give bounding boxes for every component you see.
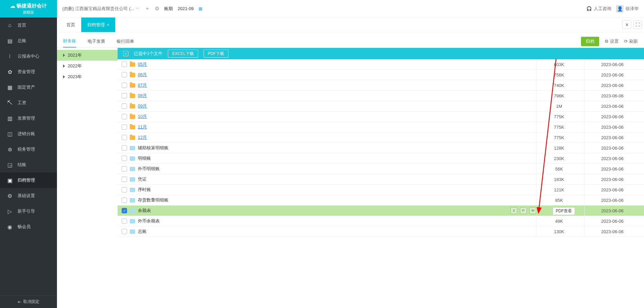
file-name[interactable]: 05月 (138, 61, 533, 67)
check-icon[interactable]: ✓ (123, 51, 128, 56)
file-row[interactable]: 序时账121K2023-06-06 (118, 185, 644, 195)
file-name[interactable]: 07月 (138, 82, 533, 88)
add-icon[interactable]: ＋ (145, 5, 150, 12)
sidebar-item-assets[interactable]: ▦固定资产 (0, 80, 57, 95)
file-name[interactable]: 12月 (138, 134, 533, 141)
file-size: 183K (536, 174, 582, 184)
row-checkbox[interactable] (122, 93, 127, 98)
sidebar-item-inout[interactable]: ◫进销台账 (0, 126, 57, 142)
file-date: 2023-06-06 (584, 122, 640, 132)
tab-home[interactable]: 首页 (60, 18, 81, 32)
company-selector[interactable]: (勿删) 江西服宝精品有限责任公司 (... ﹀ (62, 6, 140, 12)
excel-download-button[interactable]: EXCEL下载 (168, 50, 198, 58)
sidebar-item-close[interactable]: ◲结账 (0, 157, 57, 173)
user-name: 徐泽华 (625, 6, 639, 12)
calendar-icon[interactable]: ▦ (198, 6, 203, 11)
archive-icon: ▣ (7, 177, 13, 183)
file-row[interactable]: 05月603K2023-06-06 (118, 59, 644, 70)
file-size: 775K (536, 112, 582, 122)
archive-button[interactable]: 归档 (581, 37, 599, 46)
excel-icon[interactable]: X (511, 207, 517, 214)
content: 财务账电子发票银行回单 归档 ⚙设置 ⟳刷新 2021年2022年2023年 ✓… (57, 32, 644, 308)
sidebar-item-label: 云报表中心 (18, 53, 39, 59)
sidebar-item-label: 发票管理 (18, 115, 35, 121)
subtab-fin[interactable]: 财务账 (63, 35, 76, 48)
sidebar-item-archive[interactable]: ▣归档管理 (0, 173, 57, 188)
file-row[interactable]: 辅助核算明细账128K2023-06-06 (118, 143, 644, 153)
sidebar-item-salary[interactable]: ⛏工资 (0, 95, 57, 111)
pdf-icon[interactable]: P (520, 207, 527, 214)
sidebar-item-tax[interactable]: ⊛税务管理 (0, 142, 57, 157)
tree-year[interactable]: 2022年 (57, 61, 118, 71)
file-row[interactable]: 凭证183K2023-06-06 (118, 174, 644, 185)
tab-archive[interactable]: 归档管理× (81, 18, 115, 32)
row-checkbox[interactable] (122, 229, 127, 234)
row-checkbox[interactable]: ✓ (122, 208, 127, 213)
sidebar-item-ledger[interactable]: ▤总账 (0, 33, 57, 49)
row-checkbox[interactable] (122, 166, 127, 172)
view-icon[interactable]: 👁 (529, 207, 536, 214)
sidebar-item-report[interactable]: ⫶云报表中心 (0, 49, 57, 64)
file-row[interactable]: 存货数量明细账85K2023-06-06 (118, 195, 644, 206)
folder-icon (130, 135, 135, 140)
row-checkbox[interactable] (122, 156, 127, 161)
logo: ☁畅捷通好会计 旗舰版 (0, 0, 57, 18)
refresh-link[interactable]: ⟳刷新 (624, 38, 638, 44)
fullscreen-button[interactable]: ⛶ (633, 20, 642, 29)
sidebar-item-settings[interactable]: ⚙基础设置 (0, 188, 57, 204)
row-checkbox[interactable] (122, 145, 127, 151)
sidebar-item-home[interactable]: ⌂首页 (0, 18, 57, 33)
unpin-button[interactable]: ⇤取消固定 (0, 295, 57, 308)
row-checkbox[interactable] (122, 197, 127, 203)
close-icon[interactable]: × (107, 23, 109, 27)
sidebar-item-vip[interactable]: ◉畅会员 (0, 219, 57, 235)
sidebar-item-label: 资金管理 (18, 69, 35, 75)
subtab-bank[interactable]: 银行回单 (117, 35, 134, 48)
row-checkbox[interactable] (122, 135, 127, 140)
row-checkbox[interactable] (122, 177, 127, 182)
file-row[interactable]: 06月756K2023-06-06 (118, 70, 644, 80)
file-name[interactable]: 11月 (138, 124, 533, 130)
user-menu[interactable]: 👤徐泽华 (616, 5, 639, 12)
file-row[interactable]: 外币余额表49K2023-06-06 (118, 216, 644, 226)
file-row[interactable]: 07月740K2023-06-06 (118, 80, 644, 91)
gear-icon[interactable]: ⚙ (155, 5, 159, 12)
file-date: 2023-06-06 (584, 153, 640, 163)
file-row[interactable]: 明细账230K2023-06-06 (118, 153, 644, 164)
file-row[interactable]: 总账130K2023-06-06 (118, 226, 644, 237)
tree-year[interactable]: 2021年 (57, 50, 118, 61)
file-date: 2023-06-06 (584, 143, 640, 153)
row-checkbox[interactable] (122, 187, 127, 192)
file-row[interactable]: 09月1M2023-06-06 (118, 101, 644, 112)
file-row[interactable]: 外币明细账56K2023-06-06 (118, 164, 644, 174)
settings-link[interactable]: ⚙设置 (605, 38, 619, 44)
row-checkbox[interactable] (122, 62, 127, 67)
file-row[interactable]: 11月775K2023-06-06 (118, 122, 644, 132)
tree-year[interactable]: 2023年 (57, 71, 118, 82)
row-checkbox[interactable] (122, 83, 127, 88)
file-row[interactable]: ✓余额表XP👁PDF查看3K2023-06-06 (118, 206, 644, 216)
row-checkbox[interactable] (122, 114, 127, 119)
file-row[interactable]: 10月775K2023-06-06 (118, 112, 644, 122)
pdf-download-button[interactable]: PDF下载 (204, 50, 228, 58)
file-row[interactable]: 08月796K2023-06-06 (118, 91, 644, 101)
file-row[interactable]: 12月775K2023-06-06 (118, 132, 644, 143)
file-size: 775K (536, 132, 582, 143)
file-name[interactable]: 08月 (138, 93, 533, 99)
row-checkbox[interactable] (122, 124, 127, 130)
row-checkbox[interactable] (122, 218, 127, 224)
file-name[interactable]: 06月 (138, 72, 533, 78)
row-checkbox[interactable] (122, 72, 127, 78)
row-checkbox[interactable] (122, 103, 127, 109)
file-name[interactable]: 09月 (138, 103, 533, 109)
period-value[interactable]: 2021-09 (178, 6, 194, 11)
sidebar-item-funds[interactable]: ✿资金管理 (0, 64, 57, 80)
file-name[interactable]: 10月 (138, 114, 533, 120)
subtab-einv[interactable]: 电子发票 (88, 35, 105, 48)
sidebar-item-label: 结账 (18, 162, 26, 168)
support-link[interactable]: 🎧人工咨询 (586, 6, 611, 12)
caret-right-icon (63, 54, 65, 57)
close-tab-button[interactable]: ✕ (622, 20, 631, 29)
sidebar-item-invoice[interactable]: ▥发票管理 (0, 111, 57, 126)
sidebar-item-guide[interactable]: ▷新手引导 (0, 204, 57, 219)
